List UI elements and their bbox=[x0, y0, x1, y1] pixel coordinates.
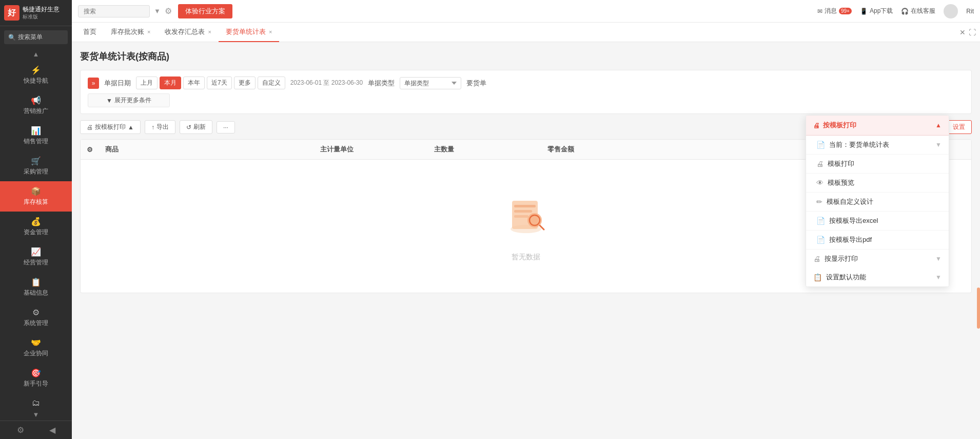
user-avatar[interactable] bbox=[944, 4, 958, 18]
close-tab-icon[interactable]: ✕ bbox=[959, 28, 966, 36]
prev-month-button[interactable]: 上月 bbox=[136, 77, 158, 89]
search-menu-button[interactable]: 🔍 搜索菜单 bbox=[4, 30, 68, 44]
quick-nav-icon: ⚡ bbox=[31, 65, 41, 75]
set-default-icon: 📋 bbox=[813, 273, 822, 281]
search-icon: 🔍 bbox=[8, 34, 16, 41]
dropdown-display-print[interactable]: 🖨 按显示打印 ▼ bbox=[806, 250, 949, 268]
svg-rect-2 bbox=[514, 205, 536, 207]
online-service-button[interactable]: 🎧 在线客服 bbox=[901, 7, 935, 15]
set-default-chevron: ▼ bbox=[935, 274, 942, 281]
th-product: 商品 bbox=[99, 140, 314, 159]
current-month-button[interactable]: 本月 bbox=[160, 77, 181, 89]
scrollbar-thumb[interactable] bbox=[977, 288, 980, 329]
sales-icon: 📊 bbox=[31, 126, 41, 136]
th-qty: 主数量 bbox=[428, 140, 542, 159]
topbar-dropdown-arrow[interactable]: ▼ bbox=[154, 7, 161, 15]
tab-inventory-batch[interactable]: 库存批次账 × bbox=[104, 23, 158, 42]
sidebar-item-sales[interactable]: 📊 销售管理 bbox=[0, 121, 72, 151]
basics-icon: 📋 bbox=[31, 277, 41, 287]
tab-order-stats[interactable]: 要货单统计表 × bbox=[219, 23, 279, 42]
sidebar-item-inventory[interactable]: 📦 库存核算 bbox=[0, 181, 72, 212]
dropdown-template-design[interactable]: ✏ 模板自定义设计 bbox=[806, 193, 949, 212]
sidebar-scroll-down[interactable]: ▼ bbox=[0, 409, 72, 421]
cargo-label: 要货单 bbox=[466, 79, 486, 88]
sidebar-item-apps[interactable]: 🗂 应用中心 bbox=[0, 393, 72, 409]
tab-home[interactable]: 首页 bbox=[76, 23, 104, 42]
empty-icon bbox=[503, 190, 549, 246]
chevron-right-icon: ▼ bbox=[935, 141, 942, 148]
app-download-icon: 📱 bbox=[860, 8, 868, 15]
more-button[interactable]: ··· bbox=[217, 121, 235, 133]
tab-receipt-summary[interactable]: 收发存汇总表 × bbox=[158, 23, 218, 42]
maximize-icon[interactable]: ⛶ bbox=[969, 28, 976, 36]
sidebar-settings-icon[interactable]: ⚙ bbox=[17, 425, 24, 435]
operation-icon: 📈 bbox=[31, 247, 41, 257]
dropdown-template-excel[interactable]: 📄 按模板导出excel bbox=[806, 212, 949, 231]
date-filter-buttons: 上月 本月 本年 近7天 更多 自定义 bbox=[136, 77, 285, 89]
print-template-button[interactable]: 🖨 按模板打印 ▲ bbox=[80, 120, 141, 134]
design-icon: ✏ bbox=[816, 198, 822, 206]
expand-more-icon: ▼ bbox=[106, 97, 112, 104]
tab-close-receipt-summary[interactable]: × bbox=[208, 29, 211, 35]
filter-row: » 单据日期 上月 本月 本年 近7天 更多 自定义 2023-06-01 至 … bbox=[88, 77, 964, 89]
display-print-chevron: ▼ bbox=[935, 255, 942, 262]
messages-button[interactable]: ✉ 消息 99+ bbox=[817, 7, 852, 15]
refresh-icon: ↺ bbox=[186, 124, 191, 131]
print-header-icon: 🖨 bbox=[813, 122, 820, 129]
expand-more-button[interactable]: ▼ 展开更多条件 bbox=[88, 93, 170, 107]
th-settings[interactable]: ⚙ bbox=[81, 141, 99, 159]
sidebar-item-purchase[interactable]: 🛒 采购管理 bbox=[0, 151, 72, 181]
guide-icon: 🎯 bbox=[31, 368, 41, 378]
topbar: ▼ ⚙ 体验行业方案 ✉ 消息 99+ 📱 App下载 🎧 在线客服 Rit bbox=[72, 0, 980, 23]
printer-icon: 🖨 bbox=[816, 160, 824, 168]
sidebar-item-collab[interactable]: 🤝 企业协同 bbox=[0, 333, 72, 363]
seven-days-button[interactable]: 近7天 bbox=[207, 77, 232, 89]
dropdown-set-default[interactable]: 📋 设置默认功能 ▼ bbox=[806, 268, 949, 287]
svg-rect-3 bbox=[514, 210, 532, 213]
app-name: 畅捷通好生意 标准版 bbox=[23, 6, 60, 21]
sidebar-collapse-icon[interactable]: ◀ bbox=[49, 425, 55, 435]
sidebar-item-guide[interactable]: 🎯 新手引导 bbox=[0, 363, 72, 393]
dropdown-current-template[interactable]: 📄 当前：要货单统计表 ▼ bbox=[806, 136, 949, 155]
system-icon: ⚙ bbox=[32, 308, 40, 317]
export-button[interactable]: ↑ 导出 bbox=[145, 120, 175, 134]
topbar-gear-icon[interactable]: ⚙ bbox=[165, 6, 172, 16]
dropdown-template-print[interactable]: 🖨 模板打印 bbox=[806, 155, 949, 174]
sidebar-item-system[interactable]: ⚙ 系统管理 bbox=[0, 302, 72, 333]
dropdown-collapse-button[interactable]: ▲ bbox=[935, 122, 942, 129]
finance-icon: 💰 bbox=[31, 217, 41, 226]
settings-button[interactable]: 设置 bbox=[946, 120, 972, 134]
topbar-right: ✉ 消息 99+ 📱 App下载 🎧 在线客服 Rit bbox=[817, 4, 974, 18]
app-logo-icon: 好 bbox=[4, 5, 19, 21]
sidebar-item-quick-nav[interactable]: ⚡ 快捷导航 bbox=[0, 60, 72, 90]
dropdown-title: 🖨 按模板打印 bbox=[813, 121, 856, 130]
pdf-icon: 📄 bbox=[816, 236, 825, 244]
dropdown-template-pdf[interactable]: 📄 按模板导出pdf bbox=[806, 231, 949, 250]
filter-expand-button[interactable]: » bbox=[88, 78, 99, 89]
apps-icon: 🗂 bbox=[32, 398, 40, 408]
sidebar-scroll-up[interactable]: ▲ bbox=[0, 48, 72, 60]
topbar-search-input[interactable] bbox=[78, 5, 150, 17]
order-type-select[interactable]: 单据类型 bbox=[400, 77, 461, 89]
print-dropdown: 🖨 按模板打印 ▲ 📄 当前：要货单统计表 ▼ 🖨 模板打印 bbox=[806, 115, 949, 287]
sidebar-item-marketing[interactable]: 📢 营销推广 bbox=[0, 90, 72, 121]
trial-button[interactable]: 体验行业方案 bbox=[178, 4, 232, 18]
empty-text: 暂无数据 bbox=[512, 253, 540, 262]
tab-close-inventory-batch[interactable]: × bbox=[147, 29, 150, 35]
toolbar-left: 🖨 按模板打印 ▲ ↑ 导出 ↺ 刷新 ··· bbox=[80, 120, 235, 134]
tab-close-order-stats[interactable]: × bbox=[269, 29, 272, 35]
username-label: Rit bbox=[966, 8, 974, 15]
refresh-button[interactable]: ↺ 刷新 bbox=[180, 120, 212, 134]
current-year-button[interactable]: 本年 bbox=[183, 77, 205, 89]
more-date-button[interactable]: 更多 bbox=[234, 77, 256, 89]
tabs-right-controls: ✕ ⛶ bbox=[959, 28, 976, 36]
th-amount: 零售金额 bbox=[541, 140, 655, 159]
custom-date-button[interactable]: 自定义 bbox=[258, 77, 285, 89]
headset-icon: 🎧 bbox=[901, 8, 909, 15]
excel-icon: 📄 bbox=[816, 217, 825, 225]
app-download-button[interactable]: 📱 App下载 bbox=[860, 7, 893, 15]
dropdown-template-preview[interactable]: 👁 模板预览 bbox=[806, 174, 949, 193]
sidebar-item-basics[interactable]: 📋 基础信息 bbox=[0, 272, 72, 302]
sidebar-item-operation[interactable]: 📈 经营管理 bbox=[0, 242, 72, 272]
sidebar-item-finance[interactable]: 💰 资金管理 bbox=[0, 212, 72, 242]
